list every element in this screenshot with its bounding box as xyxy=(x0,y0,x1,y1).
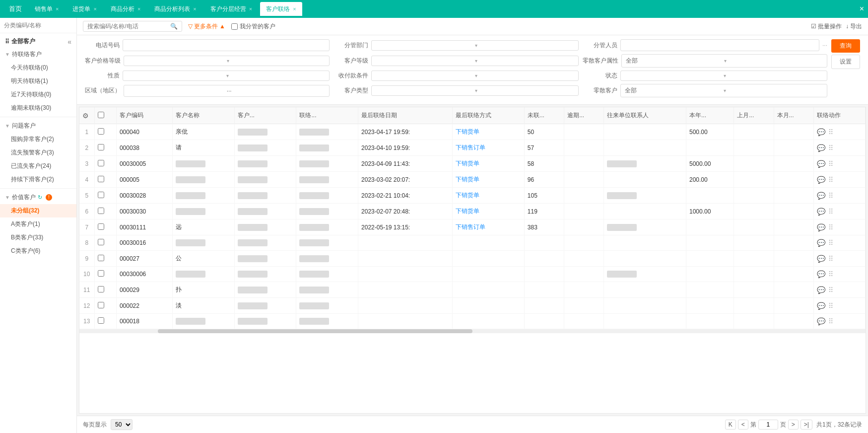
close-tab-purchase[interactable]: × xyxy=(93,6,96,12)
grid-action-icon[interactable]: ⠿ xyxy=(828,270,833,278)
message-icon[interactable]: 💬 xyxy=(817,302,825,310)
person-more-btn[interactable]: ··· xyxy=(822,42,827,49)
close-tab-analysis-list[interactable]: × xyxy=(193,6,196,12)
close-tab-sales[interactable]: × xyxy=(56,6,59,12)
grid-action-icon[interactable]: ⠿ xyxy=(828,160,833,168)
message-icon[interactable]: 💬 xyxy=(817,239,825,247)
filter-scatter-attr-select[interactable]: 全部 ▾ xyxy=(621,54,827,68)
group-value-customers[interactable]: ▼ 价值客户 ↻ ! xyxy=(0,191,76,204)
message-icon[interactable]: 💬 xyxy=(817,192,825,200)
grid-action-icon[interactable]: ⠿ xyxy=(828,286,833,294)
horizontal-scrollbar[interactable] xyxy=(79,329,866,333)
nav-tab-customer-management[interactable]: 客户分层经营 × xyxy=(204,2,258,16)
reset-button[interactable]: 设置 xyxy=(831,55,860,69)
filter-customer-type-select[interactable]: ▾ xyxy=(371,85,578,96)
table-cell[interactable]: 💬⠿ xyxy=(813,235,865,251)
message-icon[interactable]: 💬 xyxy=(817,128,825,136)
nav-tab-analysis[interactable]: 商品分析 × xyxy=(105,2,146,16)
col-this-year[interactable]: 本年... xyxy=(686,107,734,124)
last-method-link[interactable]: 下销货单 xyxy=(456,160,479,167)
col-name[interactable]: 客户名称 xyxy=(173,107,235,124)
col-settings[interactable]: ⚙ xyxy=(79,107,94,124)
table-cell[interactable]: 💬⠿ xyxy=(813,124,865,140)
filter-phone-input[interactable] xyxy=(123,39,330,51)
grid-action-icon[interactable]: ⠿ xyxy=(828,239,833,247)
scrollbar-thumb[interactable] xyxy=(158,329,472,333)
group-pending-contact[interactable]: ▼ 待联络客户 xyxy=(0,48,76,61)
sidebar-item-class-c[interactable]: C类客户(6) xyxy=(0,244,76,258)
table-cell[interactable]: 💬⠿ xyxy=(813,172,865,188)
nav-tab-purchase[interactable]: 进货单 × xyxy=(67,2,102,16)
message-icon[interactable]: 💬 xyxy=(817,160,825,168)
message-icon[interactable]: 💬 xyxy=(817,317,825,325)
col-person[interactable]: 往来单位联系人 xyxy=(604,107,686,124)
table-cell[interactable]: 💬⠿ xyxy=(813,251,865,267)
first-page-btn[interactable]: K xyxy=(725,420,736,430)
sidebar-item-today-contact[interactable]: 今天待联络(0) xyxy=(0,61,76,74)
sidebar-item-ungroup[interactable]: 未分组(32) xyxy=(0,204,76,217)
group-problem-customers[interactable]: ▼ 问题客户 xyxy=(0,119,76,133)
sidebar-item-overdue-contact[interactable]: 逾期未联络(30) xyxy=(0,101,76,115)
grid-action-icon[interactable]: ⠿ xyxy=(828,144,833,152)
refresh-icon[interactable]: ↻ xyxy=(38,194,42,201)
col-type[interactable]: 客户... xyxy=(234,107,296,124)
filter-nature-select[interactable]: ▾ xyxy=(123,71,330,81)
grid-action-icon[interactable]: ⠿ xyxy=(828,128,833,136)
sidebar-item-7day-contact[interactable]: 近7天待联络(0) xyxy=(0,88,76,101)
search-button[interactable]: 查询 xyxy=(831,39,860,53)
sidebar-search-input[interactable] xyxy=(4,22,77,29)
grid-action-icon[interactable]: ⠿ xyxy=(828,192,833,200)
page-size-select[interactable]: 50 xyxy=(111,419,133,430)
filter-region-select[interactable]: ··· xyxy=(124,85,330,97)
filter-scatter-select[interactable]: 全部 ▾ xyxy=(620,84,827,97)
col-overdue[interactable]: 逾期... xyxy=(564,107,604,124)
grid-action-icon[interactable]: ⠿ xyxy=(828,317,833,325)
message-icon[interactable]: 💬 xyxy=(817,286,825,294)
table-cell[interactable]: 💬⠿ xyxy=(813,314,865,329)
close-tab-customer-contact[interactable]: × xyxy=(293,6,296,12)
table-cell[interactable]: 💬⠿ xyxy=(813,298,865,314)
col-last-date[interactable]: 最后联络日期 xyxy=(358,107,453,124)
col-checkbox[interactable] xyxy=(94,107,116,124)
col-this-month[interactable]: 本月... xyxy=(774,107,813,124)
last-method-link[interactable]: 下销货单 xyxy=(456,192,479,199)
close-tab-customer-management[interactable]: × xyxy=(249,6,252,12)
sidebar-item-declining[interactable]: 持续下滑客户(2) xyxy=(0,173,76,186)
table-cell[interactable]: 💬⠿ xyxy=(813,267,865,282)
table-cell[interactable]: 💬⠿ xyxy=(813,282,865,298)
filter-customer-level-select[interactable]: ▾ xyxy=(371,56,578,66)
last-method-link[interactable]: 下销货单 xyxy=(456,176,479,183)
grid-action-icon[interactable]: ⠿ xyxy=(828,208,833,216)
collapse-sidebar-btn[interactable]: « xyxy=(67,38,71,46)
close-all-tabs[interactable]: × xyxy=(860,4,864,13)
last-page-btn[interactable]: >| xyxy=(801,420,812,430)
filter-dept-select[interactable]: ▾ xyxy=(371,40,578,51)
page-number-input[interactable] xyxy=(758,420,778,430)
sidebar-item-class-a[interactable]: A类客户(1) xyxy=(0,217,76,231)
message-icon[interactable]: 💬 xyxy=(817,270,825,278)
main-search-input[interactable] xyxy=(87,23,168,30)
main-search-icon[interactable]: 🔍 xyxy=(170,23,178,30)
table-cell[interactable]: 💬⠿ xyxy=(813,156,865,172)
nav-tab-analysis-list[interactable]: 商品分析列表 × xyxy=(148,2,202,16)
sidebar-item-class-b[interactable]: B类客户(33) xyxy=(0,231,76,244)
grid-action-icon[interactable]: ⠿ xyxy=(828,302,833,310)
grid-action-icon[interactable]: ⠿ xyxy=(828,255,833,263)
prev-page-btn[interactable]: < xyxy=(738,420,748,430)
filter-payment-select[interactable]: ▾ xyxy=(371,71,578,81)
all-customers-header[interactable]: ⠿ 全部客户 « xyxy=(0,33,76,48)
sidebar-item-loss-warning[interactable]: 流失预警客户(3) xyxy=(0,146,76,159)
grid-action-icon[interactable]: ⠿ xyxy=(828,223,833,231)
my-customers-checkbox[interactable]: 我分管的客户 xyxy=(231,22,275,31)
col-code[interactable]: 客户编码 xyxy=(116,107,172,124)
message-icon[interactable]: 💬 xyxy=(817,208,825,216)
table-cell[interactable]: 💬⠿ xyxy=(813,219,865,235)
filter-status-select[interactable]: ▾ xyxy=(620,71,827,81)
next-page-btn[interactable]: > xyxy=(788,420,799,430)
col-not-contact[interactable]: 未联... xyxy=(524,107,564,124)
close-tab-analysis[interactable]: × xyxy=(137,6,140,12)
batch-operation-btn[interactable]: ☑ 批量操作 xyxy=(811,22,842,31)
message-icon[interactable]: 💬 xyxy=(817,255,825,263)
filter-person-input[interactable] xyxy=(620,39,819,51)
last-method-link[interactable]: 下销货单 xyxy=(456,208,479,215)
